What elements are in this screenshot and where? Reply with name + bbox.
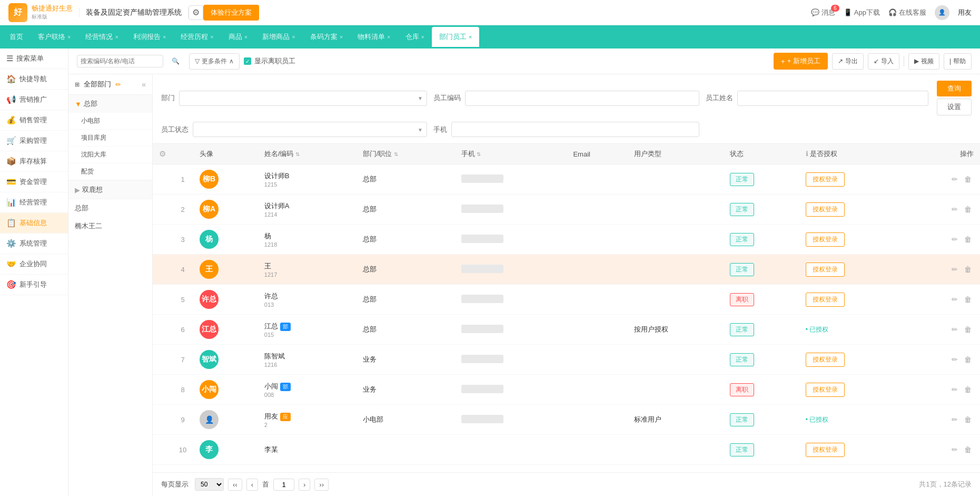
sidebar-item-newbie[interactable]: 🎯 新手引导: [0, 275, 68, 295]
tab-new-goods[interactable]: 新增商品 ×: [255, 27, 302, 47]
edit-button[interactable]: ✏: [949, 174, 960, 184]
name-sort-icon[interactable]: ⇅: [295, 151, 300, 157]
dept-group-shuanglu-header[interactable]: ▶ 双鹿想: [68, 181, 152, 199]
sidebar-item-purchase[interactable]: 🛒 采购管理: [0, 131, 68, 151]
dept-item-chuanmu[interactable]: 椭木王二: [68, 217, 152, 235]
empstatus-select[interactable]: [193, 122, 427, 137]
auth-info-icon[interactable]: ℹ: [806, 150, 808, 158]
first-page-button[interactable]: ‹‹: [228, 479, 242, 491]
tab-barcode[interactable]: 条码方案 ×: [303, 27, 350, 47]
tab-process[interactable]: 经营历程 ×: [173, 27, 221, 47]
edit-button[interactable]: ✏: [949, 234, 960, 245]
auth-login-button[interactable]: 授权登录: [806, 293, 845, 307]
close-icon[interactable]: ×: [210, 34, 213, 40]
auth-login-button[interactable]: 授权登录: [806, 202, 845, 217]
dept-select[interactable]: [179, 91, 427, 106]
close-icon[interactable]: ×: [340, 34, 343, 40]
close-icon[interactable]: ×: [421, 34, 424, 40]
phone-sort-icon[interactable]: ⇅: [477, 151, 481, 157]
dept-item-peihuo[interactable]: 配货: [68, 163, 152, 180]
tab-goods[interactable]: 商品 ×: [221, 27, 255, 47]
sidebar-item-operations[interactable]: 📊 经营管理: [0, 192, 68, 213]
edit-button[interactable]: ✏: [949, 294, 960, 305]
dept-edit-icon[interactable]: ✏: [115, 81, 121, 89]
delete-button[interactable]: 🗑: [962, 444, 974, 455]
sidebar-item-finance[interactable]: 💳 资金管理: [0, 172, 68, 192]
dept-item-shenyang[interactable]: 沈阳大库: [68, 147, 152, 163]
sidebar-item-system[interactable]: ⚙️ 系统管理: [0, 234, 68, 254]
close-icon[interactable]: ×: [469, 34, 472, 40]
edit-button[interactable]: ✏: [949, 324, 960, 335]
tab-profit[interactable]: 利润报告 ×: [126, 27, 173, 47]
edit-button[interactable]: ✏: [949, 204, 960, 215]
per-page-select[interactable]: 50 20 100: [195, 478, 224, 491]
help-button[interactable]: | 帮助: [944, 53, 972, 70]
tab-department-staff[interactable]: 部门员工 ×: [432, 27, 479, 47]
dept-item-xiangmu[interactable]: 项目库房: [68, 130, 152, 147]
close-icon[interactable]: ×: [67, 34, 71, 40]
auth-login-button[interactable]: 授权登录: [806, 262, 845, 277]
try-industry-button[interactable]: 体验行业方案: [203, 5, 259, 21]
app-download-button[interactable]: 📱 App下载: [844, 8, 880, 17]
edit-button[interactable]: ✏: [949, 264, 960, 275]
edit-button[interactable]: ✏: [949, 444, 960, 455]
settings-button[interactable]: ⚙: [189, 5, 203, 20]
tab-operations[interactable]: 经营情况 ×: [78, 27, 125, 47]
auth-login-button[interactable]: 授权登录: [806, 443, 845, 457]
sidebar-item-basic-info[interactable]: 📋 基础信息: [0, 213, 68, 234]
reset-button[interactable]: 设置: [937, 99, 972, 115]
close-icon[interactable]: ×: [244, 34, 248, 40]
delete-button[interactable]: 🗑: [962, 264, 974, 275]
delete-button[interactable]: 🗑: [962, 204, 974, 215]
delete-button[interactable]: 🗑: [962, 414, 974, 425]
last-page-button[interactable]: ››: [314, 479, 329, 491]
online-service-button[interactable]: 🎧 在线客服: [888, 8, 926, 17]
sidebar-item-quick-nav[interactable]: 🏠 快捷导航: [0, 69, 68, 90]
video-button[interactable]: ▶ 视频: [908, 53, 939, 70]
auth-login-button[interactable]: 授权登录: [806, 383, 845, 397]
prev-page-button[interactable]: ‹: [246, 479, 258, 491]
auth-login-button[interactable]: 授权登录: [806, 353, 845, 367]
delete-button[interactable]: 🗑: [962, 234, 974, 245]
close-icon[interactable]: ×: [163, 34, 166, 40]
empcode-input[interactable]: [465, 91, 699, 106]
tab-home[interactable]: 首页: [2, 27, 31, 47]
sidebar-item-marketing[interactable]: 📢 营销推广: [0, 90, 68, 110]
tab-warehouse[interactable]: 仓库 ×: [398, 27, 432, 47]
dept-item-xiaodian[interactable]: 小电部: [68, 113, 152, 130]
import-button[interactable]: ↙ 导入: [868, 53, 899, 70]
delete-button[interactable]: 🗑: [962, 294, 974, 305]
gear-icon[interactable]: ⚙: [159, 149, 166, 158]
sidebar-item-search[interactable]: ☰ 搜索菜单: [0, 48, 68, 69]
delete-button[interactable]: 🗑: [962, 354, 974, 365]
add-employee-button[interactable]: + + 新增员工: [774, 53, 828, 70]
dept-sort-icon[interactable]: ⇅: [394, 151, 398, 157]
show-resigned-toggle[interactable]: 显示离职员工: [244, 56, 295, 66]
tab-customer[interactable]: 客户联络 ×: [31, 27, 78, 47]
phone-input[interactable]: [451, 122, 699, 137]
dept-all-header[interactable]: ⊞ 全部部门 ✏ «: [68, 74, 152, 95]
edit-button[interactable]: ✏: [949, 414, 960, 425]
tab-bom[interactable]: 物料清单 ×: [350, 27, 398, 47]
auth-login-button[interactable]: 授权登录: [806, 232, 845, 247]
resigned-checkbox[interactable]: [244, 57, 251, 65]
user-avatar[interactable]: 👤: [935, 5, 949, 20]
delete-button[interactable]: 🗑: [962, 384, 974, 395]
sidebar-item-inventory[interactable]: 📦 库存核算: [0, 151, 68, 172]
search-input[interactable]: [77, 55, 163, 67]
search-icon-btn[interactable]: 🔍: [166, 54, 185, 68]
dept-item-zongbu[interactable]: 总部: [68, 199, 152, 217]
edit-button[interactable]: ✏: [949, 354, 960, 365]
sidebar-item-enterprise[interactable]: 🤝 企业协同: [0, 254, 68, 275]
edit-button[interactable]: ✏: [949, 384, 960, 395]
delete-button[interactable]: 🗑: [962, 174, 974, 184]
empname-input[interactable]: [737, 91, 928, 106]
dept-collapse-icon[interactable]: «: [142, 80, 146, 89]
page-input[interactable]: [273, 479, 294, 491]
sidebar-item-sales[interactable]: 💰 销售管理: [0, 110, 68, 131]
message-button[interactable]: 💬 消息 6: [811, 8, 835, 17]
close-icon[interactable]: ×: [387, 34, 390, 40]
next-page-button[interactable]: ›: [299, 479, 310, 491]
more-filters-button[interactable]: ▽ 更多条件 ∧: [189, 53, 240, 70]
close-icon[interactable]: ×: [115, 34, 118, 40]
